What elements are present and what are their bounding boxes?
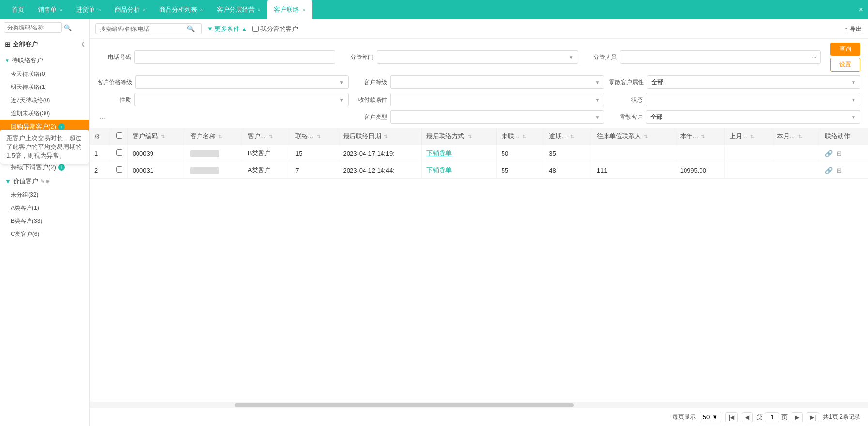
sidebar-value-customers-group[interactable]: ▼ 价值客户 ✎ ⊕ [0,174,89,189]
sidebar-search-icon[interactable]: 🔍 [64,24,72,31]
nav-tab-customer-contact-close[interactable]: × [302,7,305,13]
nav-tab-analysis-list-close[interactable]: × [200,7,203,13]
filter-phone-input[interactable] [134,50,335,64]
filter-manager-select[interactable]: ··· [620,50,821,64]
nav-tab-sales-close[interactable]: × [60,7,62,13]
scrollbar-thumb[interactable] [235,403,574,407]
filter-gender-select[interactable]: ▼ [134,93,349,106]
filter-status-select[interactable]: ▼ [646,93,860,106]
filter-customer-level-select[interactable]: ▼ [390,75,605,89]
per-page-arrow: ▼ [712,413,718,421]
export-label: 导出 [850,25,862,33]
action-grid-icon-1[interactable]: ⊞ [837,150,842,157]
horizontal-scrollbar[interactable] [90,402,868,408]
action-link-icon-2[interactable]: 🔗 [825,167,833,174]
th-contacts[interactable]: 往来单位联系人 ⇅ [592,128,675,145]
filter-retail-attr-select[interactable]: 全部 ▼ [647,75,860,89]
filter-dept-select[interactable]: ▼ [377,50,578,64]
td-contact-1: 15 [290,145,338,162]
settings-button[interactable]: 设置 [830,58,860,72]
row2-checkbox[interactable] [116,166,122,173]
chevron-up-icon: ▲ [241,25,247,32]
th-last-contact-date[interactable]: 最后联络日期 ⇅ [338,128,422,145]
th-customer-type[interactable]: 客户... ⇅ [243,128,290,145]
nav-tab-analysis[interactable]: 商品分析 × [108,0,152,19]
td-method-1[interactable]: 下销货单 [422,145,496,162]
filter-phone-label: 电话号码 [97,53,131,61]
sidebar-item-tomorrow-contact[interactable]: 明天待联络(1) [0,81,89,94]
filter-payment-select[interactable]: ▼ [390,93,605,106]
th-contact-count[interactable]: 联络... ⇅ [290,128,338,145]
nav-tab-analysis-list[interactable]: 商品分析列表 × [152,0,210,19]
th-current-year-label: 本年... [680,132,698,140]
nav-tab-purchase[interactable]: 进货单 × [69,0,107,19]
th-current-year[interactable]: 本年... ⇅ [675,128,724,145]
content-area: 🔍 ▼ 更多条件 ▲ 我分管的客户 ↑ 导出 电话号码 [90,19,868,426]
sidebar-item-today-contact[interactable]: 今天待联络(0) [0,68,89,81]
search-bar: 🔍 ▼ 更多条件 ▲ 我分管的客户 ↑ 导出 [90,19,868,39]
filter-customer-level-label: 客户等级 [353,78,387,87]
th-name[interactable]: 客户名称 ⇅ [185,128,243,145]
more-filter-icon[interactable]: ... [97,113,107,121]
edit-icon[interactable]: ✎ [40,178,45,185]
search-button[interactable]: 🔍 [187,25,195,32]
filter-price-level-select[interactable]: ▼ [135,75,349,89]
sidebar-item-c-class[interactable]: C类客户(6) [0,228,89,241]
prev-page-button[interactable]: ◀ [742,412,753,422]
filter-manager: 分管人员 ··· [583,50,821,64]
my-customers-checkbox[interactable] [252,26,259,32]
per-page-select[interactable]: 50 ▼ [700,412,721,422]
close-all-tabs-button[interactable]: × [859,5,863,14]
filter-customer-type-select[interactable]: ▼ [390,110,605,124]
td-code-2: 000031 [127,162,185,179]
filter-form: 电话号码 分管部门 ▼ 分管人员 ··· 查询 设置 [90,39,868,128]
export-button[interactable]: ↑ 导出 [845,25,863,33]
sidebar-group-pending-contact[interactable]: ▼ 待联络客户 [0,53,89,68]
filter-customer-level: 客户等级 ▼ [353,75,605,89]
last-page-button[interactable]: ▶| [807,412,819,422]
query-button[interactable]: 查询 [830,43,860,56]
nav-tab-analysis-close[interactable]: × [143,7,146,13]
th-current-month[interactable]: 本月... ⇅ [772,128,820,145]
page-number-input[interactable] [765,412,779,422]
th-code-label: 客户编码 [133,132,158,140]
sidebar-item-7days-contact[interactable]: 近7天待联络(0) [0,94,89,107]
th-uncontacted[interactable]: 未联... ⇅ [496,128,544,145]
sidebar-collapse-icon[interactable]: 《 [78,41,84,49]
filter-status-label: 状态 [609,96,643,104]
nav-tab-customer-contact[interactable]: 客户联络 × [267,0,312,19]
nav-tab-customer-segment[interactable]: 客户分层经营 × [210,0,267,19]
search-input[interactable] [100,26,187,32]
th-last-month[interactable]: 上月... ⇅ [724,128,772,145]
select-all-checkbox[interactable] [116,132,122,139]
first-page-button[interactable]: |◀ [725,412,738,422]
td-overdue-1: 35 [544,145,592,162]
my-customers-filter: 我分管的客户 [252,25,298,33]
nav-tab-sales[interactable]: 销售单 × [31,0,69,19]
sidebar-item-b-class[interactable]: B类客户(33) [0,215,89,228]
th-code[interactable]: 客户编码 ⇅ [127,128,185,145]
action-grid-icon-2[interactable]: ⊞ [837,167,842,174]
th-last-contact-method[interactable]: 最后联络方式 ⇅ [422,128,496,145]
sidebar-search-input[interactable] [4,22,62,33]
nav-tab-home[interactable]: 首页 [5,0,31,19]
nav-tab-purchase-close[interactable]: × [98,7,101,13]
sidebar-item-ungroup[interactable]: 未分组(32) [0,189,89,202]
sidebar-all-customers[interactable]: ⊞ 全部客户 《 [0,36,89,53]
action-link-icon-1[interactable]: 🔗 [825,150,833,157]
nav-tab-customer-segment-close[interactable]: × [258,7,260,13]
td-month-1 [772,145,820,162]
th-overdue[interactable]: 逾期... ⇅ [544,128,592,145]
td-method-2[interactable]: 下销货单 [422,162,496,179]
th-settings[interactable]: ⚙ [90,128,111,145]
sidebar: 🔍 ⊞ 全部客户 《 ▼ 待联络客户 今天待联络(0) 明天待联络(1) 近7天… [0,19,90,426]
sidebar-item-a-class[interactable]: A类客户(1) [0,202,89,215]
sidebar-item-overdue-contact[interactable]: 逾期未联络(30) [0,107,89,120]
next-page-button[interactable]: ▶ [792,412,803,422]
filter-retail-customer-select[interactable]: 全部 ▼ [646,110,860,124]
row1-checkbox[interactable] [116,149,122,156]
add-group-icon[interactable]: ⊕ [46,178,50,185]
filter-retail-customer-label: 零散客户 [609,113,643,121]
filter-retail-customer-value: 全部 [650,113,663,121]
more-conditions-button[interactable]: ▼ 更多条件 ▲ [207,25,247,33]
